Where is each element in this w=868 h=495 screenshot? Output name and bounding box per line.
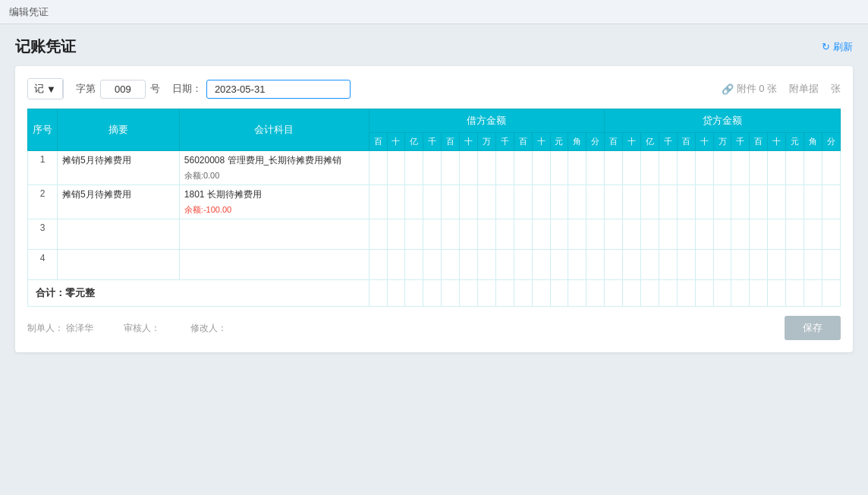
row-2-credit-1[interactable] — [605, 185, 623, 219]
attachment-link[interactable]: 🔗 附件 0 张 — [722, 82, 777, 96]
row-2-account[interactable]: 1801 长期待摊费用 余额:-100.00 — [179, 185, 369, 219]
row-4-debit-4[interactable] — [423, 250, 442, 280]
row-4-debit-6[interactable] — [460, 250, 478, 280]
type-select-btn[interactable]: 记 ▼ — [28, 79, 63, 99]
row-3-credit-11[interactable] — [786, 219, 804, 250]
row-2-credit-3[interactable] — [641, 185, 659, 219]
row-4-debit-7[interactable] — [477, 250, 495, 280]
row-1-debit-12[interactable] — [568, 151, 587, 185]
row-4-credit-8[interactable] — [731, 250, 750, 280]
row-2-summary[interactable]: 摊销5月待摊费用 — [58, 185, 180, 219]
row-1-credit-6[interactable] — [695, 151, 713, 185]
row-1-credit-5[interactable] — [677, 151, 695, 185]
row-2-credit-10[interactable] — [768, 185, 786, 219]
row-4-debit-8[interactable] — [495, 250, 514, 280]
row-1-debit-11[interactable] — [550, 151, 568, 185]
row-3-credit-7[interactable] — [713, 219, 731, 250]
row-3-credit-4[interactable] — [659, 219, 677, 250]
row-4-summary[interactable] — [58, 250, 180, 280]
row-1-credit-3[interactable] — [641, 151, 659, 185]
row-3-credit-6[interactable] — [695, 219, 713, 250]
row-4-credit-13[interactable] — [822, 250, 840, 280]
row-3-debit-10[interactable] — [532, 219, 550, 250]
row-3-credit-1[interactable] — [605, 219, 623, 250]
row-2-credit-4[interactable] — [659, 185, 677, 219]
row-4-credit-7[interactable] — [713, 250, 731, 280]
row-2-credit-13[interactable] — [822, 185, 840, 219]
row-3-credit-5[interactable] — [677, 219, 695, 250]
row-4-credit-4[interactable] — [659, 250, 677, 280]
row-2-debit-4[interactable] — [423, 185, 442, 219]
row-2-credit-11[interactable] — [786, 185, 804, 219]
row-4-credit-10[interactable] — [768, 250, 786, 280]
row-3-debit-7[interactable] — [477, 219, 495, 250]
row-1-debit-9[interactable] — [514, 151, 532, 185]
row-4-credit-5[interactable] — [677, 250, 695, 280]
row-2-credit-5[interactable] — [677, 185, 695, 219]
row-4-debit-1[interactable] — [369, 250, 387, 280]
row-4-credit-1[interactable] — [605, 250, 623, 280]
row-3-debit-5[interactable] — [442, 219, 460, 250]
row-3-debit-8[interactable] — [495, 219, 514, 250]
row-4-debit-11[interactable] — [550, 250, 568, 280]
row-1-debit-2[interactable] — [387, 151, 405, 185]
row-1-credit-11[interactable] — [786, 151, 804, 185]
row-2-debit-7[interactable] — [477, 185, 495, 219]
row-1-credit-13[interactable] — [822, 151, 840, 185]
row-2-credit-2[interactable] — [623, 185, 641, 219]
row-4-debit-3[interactable] — [405, 250, 423, 280]
row-4-debit-9[interactable] — [514, 250, 532, 280]
row-3-debit-12[interactable] — [568, 219, 587, 250]
row-1-debit-5[interactable] — [442, 151, 460, 185]
row-1-credit-12[interactable] — [804, 151, 822, 185]
row-1-summary[interactable]: 摊销5月待摊费用 — [58, 151, 180, 185]
row-1-debit-4[interactable] — [423, 151, 442, 185]
row-2-debit-1[interactable] — [369, 185, 387, 219]
row-3-credit-10[interactable] — [768, 219, 786, 250]
row-3-debit-13[interactable] — [587, 219, 605, 250]
row-2-debit-12[interactable] — [568, 185, 587, 219]
row-3-credit-9[interactable] — [750, 219, 768, 250]
row-4-credit-2[interactable] — [623, 250, 641, 280]
row-4-debit-5[interactable] — [442, 250, 460, 280]
row-2-credit-8[interactable] — [731, 185, 750, 219]
row-3-debit-9[interactable] — [514, 219, 532, 250]
row-4-debit-13[interactable] — [587, 250, 605, 280]
row-2-debit-8[interactable] — [495, 185, 514, 219]
row-2-credit-12[interactable] — [804, 185, 822, 219]
row-3-credit-2[interactable] — [623, 219, 641, 250]
row-3-debit-4[interactable] — [423, 219, 442, 250]
type-select-group[interactable]: 记 ▼ — [27, 78, 64, 99]
row-3-debit-11[interactable] — [550, 219, 568, 250]
row-4-credit-6[interactable] — [695, 250, 713, 280]
row-1-debit-10[interactable] — [532, 151, 550, 185]
row-3-credit-3[interactable] — [641, 219, 659, 250]
row-3-debit-2[interactable] — [387, 219, 405, 250]
row-2-debit-9[interactable] — [514, 185, 532, 219]
row-1-account[interactable]: 56020008 管理费用_长期待摊费用摊销 余额:0.00 — [179, 151, 369, 185]
row-3-debit-6[interactable] — [460, 219, 478, 250]
row-1-debit-13[interactable] — [587, 151, 605, 185]
date-input[interactable] — [206, 80, 351, 99]
refresh-button[interactable]: ↻ 刷新 — [822, 40, 853, 54]
row-2-credit-6[interactable] — [695, 185, 713, 219]
row-4-account[interactable] — [179, 250, 369, 280]
row-1-credit-10[interactable] — [768, 151, 786, 185]
row-4-credit-12[interactable] — [804, 250, 822, 280]
save-button[interactable]: 保存 — [785, 316, 841, 340]
row-3-debit-3[interactable] — [405, 219, 423, 250]
row-4-credit-9[interactable] — [750, 250, 768, 280]
row-2-debit-5[interactable] — [442, 185, 460, 219]
row-4-credit-3[interactable] — [641, 250, 659, 280]
row-1-debit-7[interactable] — [477, 151, 495, 185]
row-2-credit-7[interactable] — [713, 185, 731, 219]
row-2-debit-2[interactable] — [387, 185, 405, 219]
row-1-debit-6[interactable] — [460, 151, 478, 185]
row-3-debit-1[interactable] — [369, 219, 387, 250]
row-1-credit-8[interactable] — [731, 151, 750, 185]
row-1-debit-1[interactable] — [369, 151, 387, 185]
row-3-summary[interactable] — [58, 219, 180, 250]
row-3-credit-8[interactable] — [731, 219, 750, 250]
voucher-number-input[interactable] — [100, 80, 146, 99]
row-2-debit-13[interactable] — [587, 185, 605, 219]
